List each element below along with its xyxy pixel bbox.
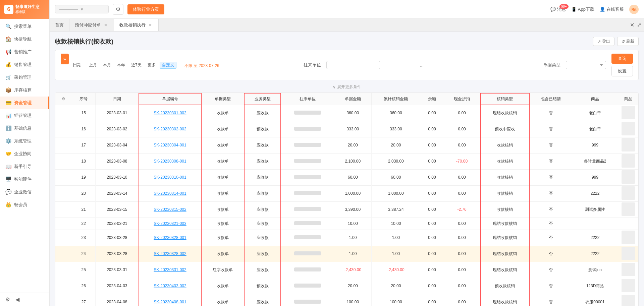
cell-slip-no[interactable]: SK-20230302-002: [139, 121, 201, 137]
date-this-month-btn[interactable]: 本月: [101, 62, 113, 69]
sidebar-label-operations: 经营管理: [14, 113, 32, 119]
sidebar-item-quick-nav[interactable]: 🏠快捷导航: [0, 33, 49, 46]
sidebar-item-hardware[interactable]: 🖥️智能硬件: [0, 173, 49, 186]
sidebar-label-guide: 新手引导: [14, 164, 32, 170]
cell-discount: 0.00: [444, 137, 480, 153]
date-this-year-btn[interactable]: 本年: [115, 62, 127, 69]
partner-dots: …: [385, 63, 459, 68]
tab-collection[interactable]: 收款核销执行✕: [114, 19, 159, 31]
query-btn-group: 查询 设置: [611, 54, 633, 76]
cell-slip-no[interactable]: SK-20230331-002: [139, 262, 201, 278]
sidebar-item-finance[interactable]: 💳资金管理: [0, 97, 49, 109]
cell-no: 18: [72, 153, 95, 169]
cell-discount: 0.00: [444, 105, 480, 121]
table-row: 19 2023-03-10 SK-20230310-001 收款单 应收款 60…: [55, 169, 638, 185]
app-download-btn[interactable]: 📱 App下载: [571, 6, 594, 12]
sidebar-item-purchase[interactable]: 🛒采购管理: [0, 71, 49, 84]
cell-slip-type: 收款单: [201, 153, 244, 169]
tab-close-all-btn[interactable]: ✕: [630, 22, 634, 28]
sidebar-item-wechat[interactable]: 💬企业微信: [0, 186, 49, 198]
sidebar-label-marketing: 营销推广: [14, 49, 32, 55]
tab-close-collection[interactable]: ✕: [148, 22, 153, 28]
sidebar-item-operations[interactable]: 📊经营管理: [0, 109, 49, 122]
cell-slip-no[interactable]: SK-20230315-002: [139, 201, 201, 218]
expand-more-btn[interactable]: ∨ 展开更多条件: [333, 84, 361, 90]
sidebar-item-member[interactable]: 👑畅会员: [0, 198, 49, 211]
refresh-btn[interactable]: ↺ 刷新: [617, 37, 639, 46]
tab-home[interactable]: 首页: [50, 19, 69, 31]
cell-accum: 1,000.00: [372, 185, 420, 201]
cell-slip-no[interactable]: SK-20230304-001: [139, 137, 201, 153]
table-row: 15 2023-03-01 SK-20230301-002 收款单 应收款 36…: [55, 105, 638, 121]
cell-slip-no[interactable]: SK-20230321-003: [139, 218, 201, 230]
collapse-icon[interactable]: ◀: [15, 296, 19, 303]
cell-no: 16: [72, 121, 95, 137]
cell-amount: 1.00: [334, 246, 372, 262]
sidebar-label-enterprise: 企业协同: [14, 151, 32, 157]
cell-slip-no[interactable]: SK-20230328-001: [139, 230, 201, 246]
sidebar-item-sales[interactable]: 💰销售管理: [0, 58, 49, 71]
cell-partner: [281, 218, 334, 230]
table-row: 27 2023-04-08 SK-20230408-001 收款单 应收款 10…: [55, 294, 638, 306]
sidebar-item-marketing[interactable]: 📢营销推广: [0, 46, 49, 58]
col-gear[interactable]: ⚙: [55, 93, 72, 105]
cell-slip-no[interactable]: SK-20230403-002: [139, 278, 201, 294]
cell-amount: 20.00: [334, 278, 372, 294]
cell-partner: [281, 169, 334, 185]
cell-goods: 测试多属性: [572, 201, 618, 218]
breadcrumb[interactable]: ━━━━━━━ ▾: [55, 5, 109, 13]
cell-goods: 2222: [572, 230, 618, 246]
cell-accum: 333.00: [372, 121, 420, 137]
topbar-settings-btn[interactable]: ⚙: [113, 4, 123, 15]
settings-icon[interactable]: ⚙: [5, 296, 10, 303]
cell-gear: [55, 185, 72, 201]
query-btn[interactable]: 查询: [611, 54, 633, 64]
tab-close-payable[interactable]: ✕: [103, 22, 108, 28]
date-range-display: 不限 至 2023-07-26: [184, 63, 219, 69]
sidebar-item-guide[interactable]: 📖新手引导: [0, 160, 49, 173]
sidebar-item-basics[interactable]: ℹ️基础信息: [0, 122, 49, 135]
col-goods2: 商品: [618, 93, 638, 105]
date-more-btn[interactable]: 更多: [146, 62, 158, 69]
settings-btn[interactable]: 设置: [611, 66, 633, 76]
cell-goods2: [618, 185, 638, 201]
cell-slip-no[interactable]: SK-20230301-002: [139, 105, 201, 121]
cell-balance: 0.00: [420, 218, 444, 230]
user-info[interactable]: Rit: [629, 5, 639, 14]
cell-slip-no[interactable]: SK-20230314-001: [139, 185, 201, 201]
sidebar-item-search[interactable]: 🔍搜索菜单: [0, 20, 49, 33]
tab-expand-btn[interactable]: ⤢: [637, 22, 641, 28]
date-7days-btn[interactable]: 近7天: [129, 62, 144, 69]
filter-bar: » 日期 上月 本月 本年 近7天 更多 自定义 不限 至 2: [55, 50, 639, 80]
cell-slip-no[interactable]: SK-20230328-002: [139, 246, 201, 262]
col-slip-no: 单据编号: [139, 93, 201, 105]
cell-discount: 0.00: [444, 278, 480, 294]
partner-input[interactable]: [326, 61, 380, 69]
sidebar-item-enterprise[interactable]: 🤝企业协同: [0, 147, 49, 160]
sidebar-item-system[interactable]: ⚙️系统管理: [0, 135, 49, 147]
cell-goods: 多计量商品2: [572, 153, 618, 169]
cell-no: 26: [72, 278, 95, 294]
table-row: 25 2023-03-31 SK-20230331-002 红字收款单 应收款 …: [55, 262, 638, 278]
cell-goods2: [618, 137, 638, 153]
message-btn[interactable]: 💬 消息 99+: [550, 6, 566, 12]
service-btn[interactable]: 👤 在线客服: [600, 6, 624, 12]
cell-slip-no[interactable]: SK-20230408-001: [139, 294, 201, 306]
col-accum-cancel: 累计核销金额: [372, 93, 420, 105]
cell-goods2: [618, 230, 638, 246]
sidebar-item-inventory[interactable]: 📦库存核算: [0, 84, 49, 97]
cell-cancel-type: 现结收款核销: [480, 218, 530, 230]
date-last-month-btn[interactable]: 上月: [87, 62, 99, 69]
cell-slip-no[interactable]: SK-20230308-001: [139, 153, 201, 169]
export-btn[interactable]: ↗ 导出: [593, 37, 614, 46]
industry-solution-btn[interactable]: 体验行业方案: [127, 4, 164, 14]
filter-toggle-btn[interactable]: »: [61, 54, 69, 64]
slip-type-select[interactable]: 收款单 红字收款单: [566, 61, 606, 69]
tab-payable[interactable]: 预付冲应付单✕: [69, 19, 114, 31]
table-row: 20 2023-03-14 SK-20230314-001 收款单 应收款 1,…: [55, 185, 638, 201]
cell-slip-no[interactable]: SK-20230310-001: [139, 169, 201, 185]
cell-slip-type: 收款单: [201, 185, 244, 201]
cell-accum: -2,430.00: [372, 262, 420, 278]
cell-discount: 0.00: [444, 185, 480, 201]
date-custom-btn[interactable]: 自定义: [160, 62, 176, 69]
